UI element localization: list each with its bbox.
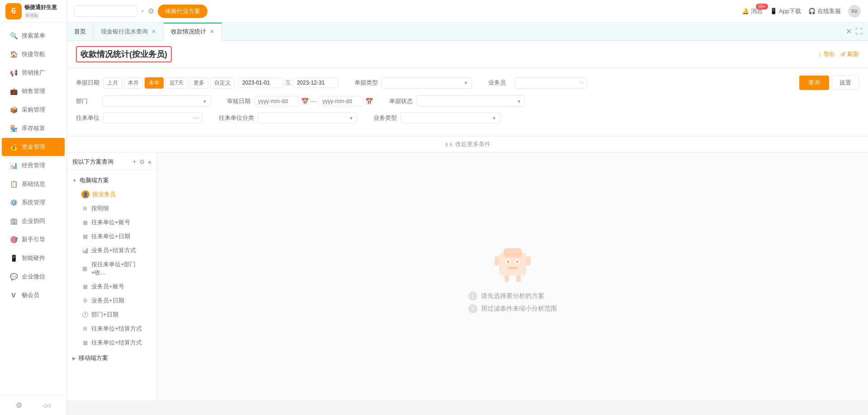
sidebar-item-member[interactable]: V 畅会员 <box>2 286 65 304</box>
svg-rect-9 <box>505 275 509 282</box>
review-date-to[interactable] <box>318 96 363 106</box>
panel-collapse-icon[interactable]: « <box>148 158 151 165</box>
header-gear-icon[interactable]: ⚙ <box>148 7 154 15</box>
tab-collection-stat[interactable]: 收款情况统计 ✕ <box>164 23 222 41</box>
svg-point-4 <box>507 260 509 263</box>
panel-settings-icon[interactable]: ⚙ <box>139 158 145 165</box>
scheme-item-detail[interactable]: ⊞ 按明细 <box>69 202 155 215</box>
sidebar-collapse-btn[interactable]: ◁◁ <box>41 401 52 410</box>
partner-more-icon[interactable]: ··· <box>193 114 200 122</box>
svg-rect-1 <box>504 248 522 257</box>
salesperson-input[interactable] <box>514 77 587 89</box>
export-btn[interactable]: ↑ 导出 <box>819 50 835 58</box>
page-title: 收款情况统计(按业务员) <box>76 46 172 62</box>
filter-settings-btn[interactable]: 设置 <box>832 75 859 90</box>
sidebar-item-operations[interactable]: 📊 经营管理 <box>2 156 65 174</box>
online-service-btn[interactable]: 🎧 在线客服 <box>808 7 841 15</box>
dept-date-icon: 🕐 <box>81 311 89 318</box>
sidebar-item-search[interactable]: 🔍 搜索菜单 <box>2 27 65 45</box>
sidebar-item-purchase[interactable]: 📦 采购管理 <box>2 101 65 119</box>
tab-close-all-icon[interactable]: ✕ <box>846 27 852 36</box>
tab-expand-icon[interactable]: ⛶ <box>855 28 863 36</box>
empty-illustration <box>486 239 540 284</box>
notification-btn[interactable]: 🔔 消息 99+ <box>742 7 763 15</box>
tab-bar: 首页 现金银行流水查询 ✕ 收款情况统计 ✕ ✕ ⛶ <box>67 23 868 41</box>
dept-label: 部门 <box>76 97 99 105</box>
collapse-bar[interactable]: ∧∧ 收起更多条件 <box>67 137 868 152</box>
doc-status-select[interactable] <box>416 95 525 107</box>
query-btn[interactable]: 查询 <box>799 75 829 90</box>
tab-bank-flow-close[interactable]: ✕ <box>151 28 156 35</box>
date-btn-custom[interactable]: 自定义 <box>210 77 235 89</box>
svg-rect-7 <box>495 256 499 265</box>
empty-state: 1 请先选择要分析的方案 2 用过滤条件来缩小分析范围 <box>468 239 557 313</box>
header-right: 🔔 消息 99+ 📱 App下载 🎧 在线客服 Rit <box>742 5 861 18</box>
partner-input[interactable] <box>103 112 203 123</box>
date-btn-this-year[interactable]: 本年 <box>145 77 164 89</box>
scheme-item-partner-dept[interactable]: ▦ 按往来单位+部门+收... <box>69 258 155 279</box>
partner-class-select[interactable] <box>258 112 357 123</box>
mobile-group-label: 移动端方案 <box>79 354 108 362</box>
scheme-item-salesperson-account[interactable]: ▦ 业务员+账号 <box>69 280 155 293</box>
sidebar-item-quick-nav[interactable]: 🏠 快捷导航 <box>2 45 65 63</box>
scheme-item-partner-date[interactable]: ▦ 往来单位+日期 <box>69 230 155 243</box>
header-dropdown-arrow[interactable]: ▾ <box>141 8 144 14</box>
sidebar-item-system[interactable]: ⚙️ 系统管理 <box>2 193 65 212</box>
calendar-to-icon[interactable]: 📅 <box>365 98 373 105</box>
tip-text-1: 请先选择要分析的方案 <box>481 292 544 300</box>
tab-bank-flow[interactable]: 现金银行流水查询 ✕ <box>94 23 164 41</box>
scheme-item-salesperson[interactable]: 👤 按业务员 <box>69 188 155 201</box>
date-to-input[interactable] <box>293 78 338 88</box>
doc-type-select[interactable] <box>382 77 472 89</box>
trial-btn[interactable]: 体验行业方案 <box>158 5 208 18</box>
scheme-item-partner-settlement2[interactable]: ▦ 往来单位+结算方式 <box>69 336 155 349</box>
svg-rect-8 <box>526 256 531 265</box>
refresh-btn[interactable]: ↺ 刷新 <box>840 50 859 58</box>
calendar-from-icon[interactable]: 📅 <box>301 98 309 105</box>
biz-type-select[interactable] <box>401 112 500 123</box>
panel-header-title: 按以下方案查询 <box>72 158 113 166</box>
sidebar-item-guide[interactable]: 🎯 新手引导 <box>2 231 65 249</box>
scheme-item-salesperson-date[interactable]: ⚙ 业务员+日期 <box>69 294 155 307</box>
panel-header-actions: + ⚙ « <box>132 158 151 166</box>
scheme-group-pc-header[interactable]: ▼ 电脑端方案 <box>67 174 157 187</box>
date-btn-last-month[interactable]: 上月 <box>103 77 122 89</box>
user-avatar[interactable]: Rit <box>848 5 861 18</box>
filter-action-btns: 查询 设置 <box>799 75 859 90</box>
filter-partner-class-item: 往来单位分类 <box>219 112 357 123</box>
scheme-item-salesperson-settlement[interactable]: 📊 业务员+结算方式 <box>69 244 155 257</box>
sidebar-item-wechat[interactable]: 💬 企业微信 <box>2 268 65 286</box>
sidebar-item-marketing[interactable]: 📢 营销推广 <box>2 64 65 82</box>
date-btn-this-month[interactable]: 本月 <box>124 77 143 89</box>
scheme-item-partner-settlement1[interactable]: ⊞ 往来单位+结算方式 <box>69 322 155 335</box>
sidebar-item-sales[interactable]: 💼 销售管理 <box>2 82 65 100</box>
review-date-from[interactable] <box>254 96 299 106</box>
date-from-input[interactable] <box>238 78 283 88</box>
date-btn-more[interactable]: 更多 <box>189 77 208 89</box>
header-search-input[interactable] <box>74 5 137 17</box>
scheme-group-mobile-header[interactable]: ▶ 移动端方案 <box>67 351 157 365</box>
sidebar-item-inventory[interactable]: 🏪 库存核算 <box>2 119 65 137</box>
filter-dept-item: 部门 <box>76 95 211 107</box>
salesperson-more-icon[interactable]: ··· <box>580 80 584 86</box>
panel-add-icon[interactable]: + <box>132 158 137 166</box>
system-icon: ⚙️ <box>9 198 18 207</box>
scheme-item-dept-date[interactable]: 🕐 部门+日期 <box>69 308 155 321</box>
date-btn-7days[interactable]: 近7天 <box>165 77 188 89</box>
sidebar-item-enterprise[interactable]: 🏢 企业协同 <box>2 212 65 230</box>
hardware-icon: 📱 <box>9 254 18 263</box>
svg-point-5 <box>516 260 519 263</box>
filter-biz-type-item: 业务类型 <box>373 112 500 123</box>
tab-collection-close[interactable]: ✕ <box>210 28 214 35</box>
sidebar-item-finance[interactable]: 💰 资金管理 <box>2 138 65 156</box>
dept-select[interactable] <box>102 95 211 107</box>
filter-date-group: 上月 本月 本年 近7天 更多 自定义 <box>103 77 235 89</box>
sidebar-item-basic[interactable]: 📋 基础信息 <box>2 175 65 193</box>
scheme-item-partner-account[interactable]: ▦ 往来单位+账号 <box>69 216 155 229</box>
app-download-label: App下载 <box>779 7 801 15</box>
tab-home[interactable]: 首页 <box>67 23 94 41</box>
date-range: 至 <box>238 78 338 88</box>
app-download-btn[interactable]: 📱 App下载 <box>770 7 801 15</box>
sidebar-item-hardware[interactable]: 📱 智能硬件 <box>2 249 65 267</box>
sidebar-settings-btn[interactable]: ⚙ <box>14 399 24 411</box>
